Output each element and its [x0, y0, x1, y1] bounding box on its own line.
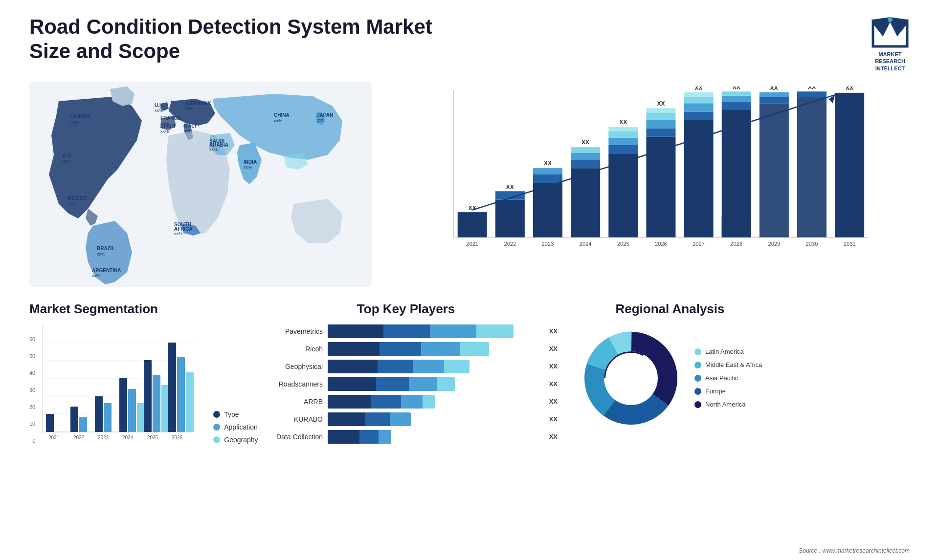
player-bar-container: [328, 430, 540, 444]
player-bar-container: [328, 324, 540, 338]
svg-text:XX: XX: [469, 205, 476, 212]
player-row: KURABO XX: [254, 412, 558, 426]
svg-text:2022: 2022: [504, 241, 516, 247]
legend-type: Type: [213, 410, 258, 418]
svg-rect-119: [161, 385, 169, 432]
map-container: CANADA xx% U.S. xx% MEXICO xx% BRAZIL xx…: [29, 82, 372, 287]
svg-rect-56: [608, 153, 638, 237]
svg-text:xx%: xx%: [209, 147, 218, 152]
players-list: Pavemetrics XX Ricoh: [254, 324, 558, 444]
svg-text:U.K.: U.K.: [155, 103, 164, 108]
svg-rect-51: [571, 160, 600, 168]
svg-text:2025: 2025: [147, 435, 158, 440]
bar-chart-container: XX 2021 XX 2022 XX 2023: [391, 82, 910, 287]
svg-rect-47: [533, 168, 562, 174]
svg-text:2026: 2026: [655, 241, 667, 247]
svg-rect-118: [153, 375, 160, 432]
svg-rect-74: [684, 92, 714, 97]
svg-text:xx%: xx%: [69, 120, 78, 125]
svg-text:ARGENTINA: ARGENTINA: [92, 268, 121, 273]
svg-text:MEXICO: MEXICO: [67, 195, 87, 201]
svg-text:2022: 2022: [73, 435, 85, 440]
svg-rect-115: [137, 403, 145, 432]
svg-rect-80: [722, 96, 751, 102]
world-map: CANADA xx% U.S. xx% MEXICO xx% BRAZIL xx…: [29, 82, 372, 287]
player-bar-container: [328, 360, 540, 373]
bar-chart-svg: XX 2021 XX 2022 XX 2023: [401, 86, 900, 262]
legend-europe: Europe: [694, 388, 762, 395]
player-bar-container: [328, 342, 540, 356]
logo-area: MARKET RESEARCH INTELLECT: [871, 15, 910, 72]
svg-rect-66: [646, 113, 675, 120]
svg-text:2026: 2026: [172, 435, 183, 440]
svg-text:2023: 2023: [542, 241, 554, 247]
svg-text:2029: 2029: [768, 241, 780, 247]
svg-rect-81: [722, 91, 751, 96]
svg-text:xx%: xx%: [174, 231, 182, 236]
svg-text:2024: 2024: [122, 435, 134, 440]
player-value: XX: [549, 327, 558, 335]
svg-rect-88: [760, 92, 789, 97]
player-name: KURABO: [254, 415, 323, 423]
player-row: ARRB XX: [254, 395, 558, 409]
player-value: XX: [549, 363, 558, 370]
svg-text:CHINA: CHINA: [274, 112, 290, 118]
donut-chart: [577, 324, 685, 432]
regional-content: Latin America Middle East & Africa Asia …: [577, 324, 763, 432]
page-title: Road Condition Detection System Market S…: [29, 15, 470, 64]
player-row: Geophysical XX: [254, 360, 558, 373]
svg-rect-122: [177, 357, 185, 432]
player-name: Ricoh: [254, 345, 323, 353]
svg-text:2031: 2031: [844, 241, 856, 247]
svg-text:xx%: xx%: [274, 118, 282, 123]
svg-rect-95: [835, 93, 864, 237]
svg-text:XX: XX: [544, 160, 552, 167]
svg-point-131: [605, 353, 656, 404]
segmentation-container: Market Segmentation 60 50 40 30 20 10 0: [29, 302, 235, 444]
svg-rect-58: [608, 137, 638, 145]
svg-rect-60: [608, 127, 638, 131]
legend-dot-application: [213, 424, 220, 431]
svg-rect-41: [495, 199, 525, 237]
player-value: XX: [549, 433, 558, 440]
svg-point-2: [888, 17, 893, 22]
svg-text:xx%: xx%: [244, 165, 252, 170]
player-name: Roadscanners: [254, 380, 323, 388]
legend-dot-geography: [213, 436, 220, 443]
svg-rect-52: [571, 152, 600, 160]
regional-legend: Latin America Middle East & Africa Asia …: [694, 348, 762, 408]
player-bar: [328, 360, 470, 373]
svg-rect-110: [95, 396, 103, 432]
svg-text:xx%: xx%: [155, 108, 163, 113]
svg-text:XX: XX: [657, 100, 665, 107]
svg-text:2021: 2021: [466, 241, 478, 247]
svg-rect-123: [186, 372, 194, 432]
main-container: Road Condition Detection System Market S…: [0, 0, 939, 560]
svg-text:XX: XX: [506, 184, 514, 191]
svg-text:xx%: xx%: [184, 129, 192, 133]
player-bar: [328, 342, 489, 356]
svg-text:ITALY: ITALY: [184, 123, 198, 129]
legend-geography: Geography: [213, 436, 258, 444]
logo-text: MARKET RESEARCH INTELLECT: [875, 51, 905, 72]
svg-text:XX: XX: [808, 86, 816, 90]
legend-middle-east-africa: Middle East & Africa: [694, 361, 762, 368]
player-bar-container: [328, 377, 540, 391]
svg-text:JAPAN: JAPAN: [317, 112, 333, 118]
svg-text:xx%: xx%: [67, 201, 76, 206]
svg-rect-45: [533, 183, 562, 237]
svg-rect-114: [128, 389, 136, 432]
svg-rect-113: [119, 378, 127, 432]
player-bar: [328, 412, 411, 426]
player-name: Geophysical: [254, 363, 323, 370]
svg-text:2030: 2030: [806, 241, 818, 247]
svg-rect-111: [104, 403, 112, 432]
svg-rect-50: [571, 168, 600, 237]
svg-text:2024: 2024: [580, 241, 592, 247]
svg-rect-63: [646, 137, 675, 237]
player-value: XX: [549, 398, 558, 405]
svg-text:2025: 2025: [617, 241, 629, 247]
players-container: Top Key Players Pavemetrics XX: [254, 302, 558, 444]
svg-text:FRANCE: FRANCE: [160, 115, 181, 121]
svg-text:xx%: xx%: [92, 273, 100, 278]
